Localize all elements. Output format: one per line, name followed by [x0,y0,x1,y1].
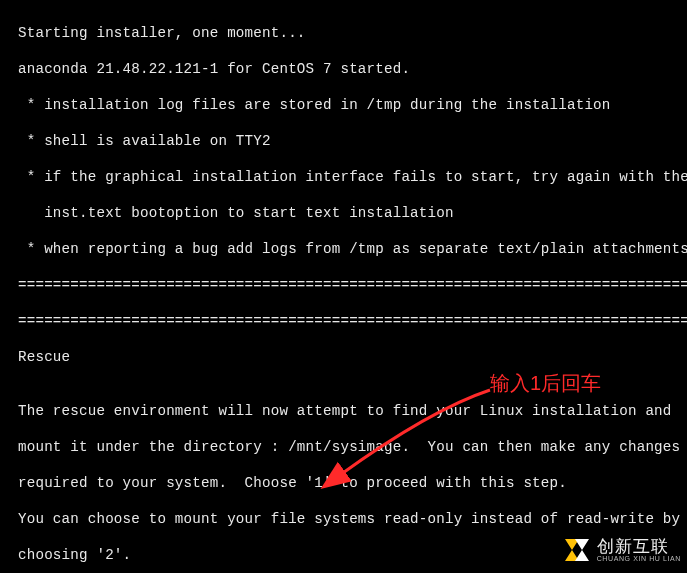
line: You can choose to mount your file system… [18,510,687,528]
watermark-logo: 创新互联 CHUANG XIN HU LIAN [561,535,681,565]
line: anaconda 21.48.22.121-1 for CentOS 7 sta… [18,60,687,78]
line: mount it under the directory : /mnt/sysi… [18,438,687,456]
line: inst.text bootoption to start text insta… [18,204,687,222]
logo-icon [561,535,591,565]
watermark-text-en: CHUANG XIN HU LIAN [597,555,681,562]
line: Starting installer, one moment... [18,24,687,42]
separator: ========================================… [18,276,687,294]
line: The rescue environment will now attempt … [18,402,687,420]
watermark-text-cn: 创新互联 [597,538,681,556]
line: * when reporting a bug add logs from /tm… [18,240,687,258]
line: * shell is available on TTY2 [18,132,687,150]
line: * if the graphical installation interfac… [18,168,687,186]
terminal-output: Starting installer, one moment... anacon… [0,0,687,573]
section-title: Rescue [18,348,687,366]
separator: ========================================… [18,312,687,330]
line: required to your system. Choose '1' to p… [18,474,687,492]
line: * installation log files are stored in /… [18,96,687,114]
